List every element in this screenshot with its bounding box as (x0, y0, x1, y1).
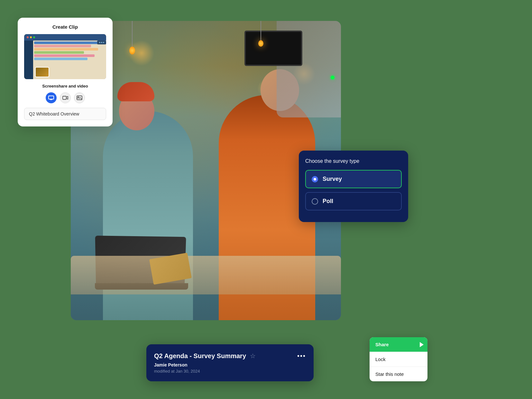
note-title-group: Q2 Agenda - Survey Summary ☆ (154, 352, 256, 360)
survey-label-poll: Poll (323, 198, 333, 205)
share-label: Share (375, 342, 389, 347)
survey-type-panel: Choose the survey type Survey Poll (299, 151, 408, 222)
traffic-light-red (27, 36, 29, 38)
star-note-label: Star this note (375, 371, 404, 377)
context-menu-lock[interactable]: Lock (370, 352, 427, 367)
context-menu-share[interactable]: Share (370, 337, 427, 352)
svg-rect-0 (49, 96, 54, 99)
context-menu-star[interactable]: Star this note (370, 367, 427, 381)
create-clip-title: Create Clip (24, 24, 106, 30)
clip-name-input[interactable] (24, 108, 106, 120)
svg-rect-1 (63, 96, 66, 99)
survey-panel-title: Choose the survey type (305, 158, 402, 164)
survey-option-poll[interactable]: Poll (305, 192, 402, 210)
survey-radio-unselected (312, 198, 318, 205)
note-title: Q2 Agenda - Survey Summary (154, 352, 246, 360)
context-menu: Share Lock Star this note (370, 337, 427, 381)
survey-radio-selected (312, 176, 318, 182)
screenshare-icon-video[interactable] (60, 92, 71, 103)
note-header: Q2 Agenda - Survey Summary ☆ ••• (154, 352, 306, 360)
traffic-light-green (33, 36, 35, 38)
survey-option-survey[interactable]: Survey (305, 170, 402, 188)
note-date: modified at Jan 30, 2024 (154, 369, 306, 374)
lock-label: Lock (375, 357, 386, 362)
screenshare-icon-image[interactable] (74, 92, 85, 103)
screenshare-icon-group (24, 92, 106, 103)
preview-sidebar (24, 41, 33, 79)
survey-label-survey: Survey (323, 176, 342, 182)
note-card: Q2 Agenda - Survey Summary ☆ ••• Jamie P… (146, 344, 314, 381)
traffic-light-yellow (30, 36, 32, 38)
screenshare-icon-screen[interactable] (46, 92, 57, 103)
note-author: Jamie Peterson (154, 362, 306, 367)
note-more-button[interactable]: ••• (297, 352, 306, 360)
star-icon[interactable]: ☆ (250, 352, 256, 360)
screenshare-label: Screenshare and video (24, 84, 106, 88)
radio-inner-dot (314, 178, 316, 181)
cursor-pointer (420, 342, 424, 347)
clip-preview-image (24, 34, 106, 79)
create-clip-panel: Create Clip (18, 18, 113, 126)
